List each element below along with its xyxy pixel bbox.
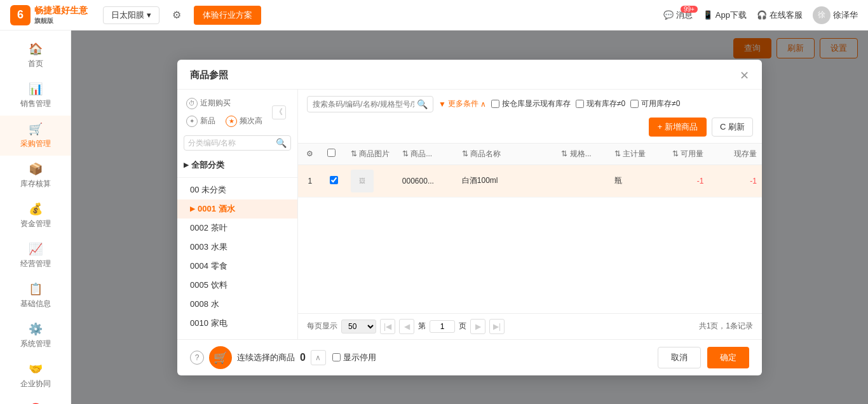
recent-purchase-icon: ⏱: [186, 98, 198, 109]
basic-info-icon: 📋: [29, 282, 43, 296]
sidebar-item-system[interactable]: ⚙️ 系统管理: [0, 316, 71, 356]
home-icon: 🏠: [29, 42, 43, 56]
th-code-sort-icon: ⇅: [402, 149, 409, 158]
dropdown-icon: ▾: [147, 10, 151, 20]
sidebar-label-inventory: 库存核算: [20, 178, 51, 189]
cart-button[interactable]: 🛒: [209, 346, 232, 369]
category-item-6[interactable]: 0008 水: [177, 295, 297, 314]
product-search-input[interactable]: [313, 100, 414, 109]
notification-badge: 99+: [681, 6, 698, 13]
prev-page-button[interactable]: ◀: [399, 319, 414, 334]
warehouse-display-checkbox[interactable]: 按仓库显示现有库存: [491, 98, 571, 109]
new-product-label: 新品: [200, 116, 215, 126]
pagination: 每页显示 50 10 20 100 |◀ ◀ 第 页: [298, 313, 762, 339]
sidebar-label-basic-info: 基础信息: [20, 299, 51, 309]
add-product-button[interactable]: + 新增商品: [649, 118, 707, 137]
help-icon[interactable]: ?: [190, 351, 204, 365]
sidebar-item-finance[interactable]: 💰 资金管理: [0, 196, 71, 236]
page-input[interactable]: [430, 320, 455, 333]
all-category-label: 全部分类: [191, 159, 224, 171]
select-all-checkbox[interactable]: [327, 149, 336, 157]
sidebar: 🏠 首页 📊 销售管理 🛒 采购管理 📦 库存核算 💰 资金管理 📈 经营管理 …: [0, 30, 71, 404]
username-label: 徐泽华: [833, 10, 858, 21]
category-all[interactable]: ▶ 全部分类: [177, 156, 297, 175]
show-disabled-label[interactable]: 显示停用: [332, 352, 376, 363]
filter-label: 更多条件: [448, 98, 478, 109]
category-search-icon[interactable]: 🔍: [276, 138, 287, 148]
row-checkbox[interactable]: [330, 176, 338, 184]
current-stock-input[interactable]: [576, 100, 584, 108]
cat-item-7-label: 0010 家电: [190, 318, 227, 329]
sidebar-item-enterprise[interactable]: 🤝 企业协同: [0, 356, 71, 396]
th-unit[interactable]: ⇅ 主计量: [609, 144, 656, 165]
th-code[interactable]: ⇅ 商品...: [397, 144, 457, 165]
sidebar-item-guide[interactable]: 🎯 新手引导: [0, 396, 71, 404]
high-frequency-tab[interactable]: ★ 频次高: [222, 114, 266, 129]
modal-close-button[interactable]: ✕: [740, 69, 749, 83]
product-search-icon[interactable]: 🔍: [417, 99, 428, 109]
category-item-4[interactable]: 0004 零食: [177, 257, 297, 276]
show-disabled-checkbox[interactable]: [332, 353, 341, 361]
sidebar-label-purchase: 采购管理: [20, 138, 51, 149]
sidebar-label-finance: 资金管理: [20, 219, 51, 229]
main-layout: 🏠 首页 📊 销售管理 🛒 采购管理 📦 库存核算 💰 资金管理 📈 经营管理 …: [0, 30, 868, 404]
cat-item-5-label: 0005 饮料: [190, 279, 227, 291]
settings-icon[interactable]: ⚙: [167, 6, 186, 25]
category-item-5[interactable]: 0005 饮料: [177, 276, 297, 295]
available-stock-checkbox[interactable]: 可用库存≠0: [630, 98, 680, 109]
online-service-area[interactable]: 🎧 在线客服: [757, 10, 803, 21]
category-search: 🔍: [184, 135, 291, 151]
category-item-0[interactable]: 00 未分类: [177, 180, 297, 199]
td-stock: -1: [709, 165, 762, 197]
current-stock-checkbox[interactable]: 现有库存≠0: [576, 98, 625, 109]
th-available[interactable]: ⇅ 可用量: [656, 144, 709, 165]
category-filter-tabs: ⏱ 近期购买 ✦ 新品 ★ 频次高: [182, 96, 272, 129]
topbar: 6 畅捷通好生意 旗舰版 日太阳膜 ▾ ⚙ 体验行业方案 💬 消息 99+ 📱 …: [0, 0, 868, 30]
table-header-row: ⚙ ⇅ 商品图片 ⇅ 商品...: [298, 144, 762, 165]
th-settings[interactable]: ⚙: [298, 144, 322, 165]
last-page-button[interactable]: ▶|: [489, 319, 505, 334]
td-checkbox[interactable]: [322, 165, 346, 197]
footer-collapse-button[interactable]: ∧: [311, 350, 326, 365]
new-product-tab[interactable]: ✦ 新品: [182, 114, 219, 129]
sidebar-item-purchase[interactable]: 🛒 采购管理: [0, 116, 71, 156]
confirm-button[interactable]: 确定: [707, 347, 749, 368]
table-row[interactable]: 1 🖼 000600... 白酒100ml 瓶: [298, 165, 762, 197]
cancel-button[interactable]: 取消: [658, 347, 701, 368]
category-item-2[interactable]: 0002 茶叶: [177, 219, 297, 238]
avatar: 徐: [813, 6, 831, 24]
refresh-button[interactable]: C 刷新: [712, 118, 753, 137]
next-page-button[interactable]: ▶: [470, 319, 485, 334]
page-size-select[interactable]: 50 10 20 100: [341, 320, 376, 333]
th-spec[interactable]: ⇅ 规格...: [556, 144, 609, 165]
sidebar-item-inventory[interactable]: 📦 库存核算: [0, 156, 71, 196]
logo-icon: 6: [10, 5, 31, 25]
more-filter-button[interactable]: ▼ 更多条件 ∧: [438, 98, 486, 109]
th-name[interactable]: ⇅ 商品名称: [457, 144, 557, 165]
sidebar-item-operations[interactable]: 📈 经营管理: [0, 236, 71, 276]
first-page-button[interactable]: |◀: [380, 319, 395, 334]
th-stock[interactable]: 现存量: [709, 144, 762, 165]
current-stock-label: 现有库存≠0: [587, 98, 625, 109]
available-stock-input[interactable]: [630, 100, 639, 108]
app-download-area[interactable]: 📱 App下载: [703, 10, 747, 21]
toolbar-right: + 新增商品 C 刷新: [649, 118, 753, 137]
sidebar-item-sales[interactable]: 📊 销售管理: [0, 76, 71, 116]
category-item-7[interactable]: 0010 家电: [177, 314, 297, 333]
collapse-panel-button[interactable]: 《: [272, 105, 286, 119]
td-spec: [556, 165, 609, 197]
user-area[interactable]: 徐 徐泽华: [813, 6, 858, 24]
search-bar: 🔍 ▼ 更多条件 ∧ 按仓库显示现有库存: [298, 90, 762, 144]
category-item-1[interactable]: ▶ 0001 酒水: [177, 199, 297, 219]
sidebar-item-home[interactable]: 🏠 首页: [0, 36, 71, 76]
recent-purchase-tab[interactable]: ⏱ 近期购买: [182, 96, 234, 111]
sidebar-item-basic-info[interactable]: 📋 基础信息: [0, 276, 71, 316]
experience-button[interactable]: 体验行业方案: [194, 6, 261, 25]
available-stock-label: 可用库存≠0: [641, 98, 680, 109]
store-selector[interactable]: 日太阳膜 ▾: [103, 6, 159, 24]
high-frequency-label: 频次高: [240, 116, 262, 126]
notification-area[interactable]: 💬 消息 99+: [663, 10, 693, 21]
category-search-input[interactable]: [188, 138, 273, 147]
warehouse-checkbox-input[interactable]: [491, 100, 499, 108]
category-item-3[interactable]: 0003 水果: [177, 238, 297, 257]
